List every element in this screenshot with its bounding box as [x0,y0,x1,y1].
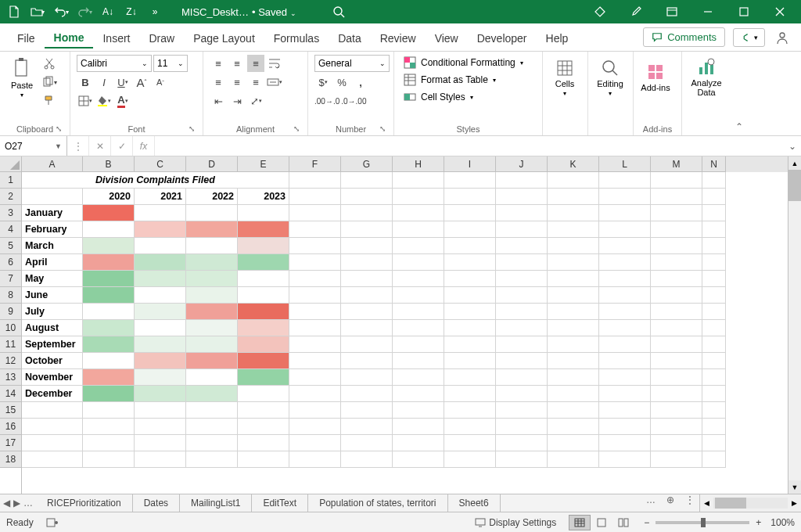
cell[interactable] [238,402,289,419]
cell[interactable] [186,320,238,336]
cell[interactable] [238,435,289,451]
cell[interactable]: August [22,320,83,336]
cell[interactable] [548,435,599,451]
cell[interactable] [496,353,548,369]
cell[interactable]: May [22,271,83,287]
cell[interactable] [393,402,444,419]
cell[interactable] [651,369,702,386]
undo-icon[interactable]: ▾ [50,1,72,23]
cell[interactable] [22,402,83,419]
cell[interactable] [341,287,393,304]
cell[interactable] [135,402,186,419]
zoom-in-button[interactable]: + [756,517,761,528]
cell[interactable] [444,287,496,304]
align-center-button[interactable]: ≡ [228,74,246,91]
cell[interactable] [496,451,548,468]
cell[interactable] [393,287,444,304]
column-header[interactable]: N [702,156,726,172]
row-header[interactable]: 17 [0,435,21,451]
cell[interactable] [341,353,393,369]
row-header[interactable]: 16 [0,419,21,435]
cell[interactable] [599,172,651,189]
cell[interactable] [651,353,702,369]
maximize-button[interactable] [726,0,762,23]
align-right-button[interactable]: ≡ [247,74,264,91]
cell[interactable] [289,402,341,419]
search-icon[interactable] [328,1,350,23]
cell[interactable] [186,205,238,221]
cell[interactable]: 2020 [83,189,135,205]
column-header[interactable]: K [548,156,599,172]
cell[interactable] [651,172,702,189]
cell[interactable] [341,336,393,353]
row-header[interactable]: 3 [0,205,21,221]
cell[interactable] [22,419,83,435]
cell[interactable] [393,304,444,320]
italic-button[interactable]: I [95,74,113,91]
cell[interactable] [496,336,548,353]
cell[interactable] [83,386,135,402]
cell[interactable] [135,419,186,435]
column-header[interactable]: E [238,156,289,172]
cell[interactable] [599,435,651,451]
cell[interactable] [238,451,289,468]
row-header[interactable]: 15 [0,402,21,419]
cell[interactable] [651,435,702,451]
cell[interactable] [599,336,651,353]
column-header[interactable]: F [289,156,341,172]
cell[interactable] [186,221,238,238]
cell[interactable] [135,304,186,320]
cell[interactable] [702,451,726,468]
cell[interactable] [702,221,726,238]
cell[interactable] [702,369,726,386]
cell[interactable] [238,238,289,254]
cell[interactable] [496,320,548,336]
cell[interactable] [289,205,341,221]
cell[interactable] [496,254,548,271]
formula-input[interactable] [155,136,784,156]
cell[interactable] [22,189,83,205]
cell[interactable] [289,435,341,451]
cell[interactable] [599,205,651,221]
page-break-view-icon[interactable] [612,515,634,530]
cell[interactable] [341,451,393,468]
cell[interactable] [651,287,702,304]
cell[interactable] [289,287,341,304]
cell[interactable] [341,238,393,254]
cell[interactable] [599,451,651,468]
row-header[interactable]: 7 [0,271,21,287]
tab-insert[interactable]: Insert [93,27,139,48]
cell[interactable]: January [22,205,83,221]
cell[interactable] [83,419,135,435]
diamond-icon[interactable] [582,0,618,23]
fx-icon[interactable]: fx [133,136,155,156]
analyze-data-button[interactable]: Analyze Data [688,55,724,100]
cell[interactable] [393,205,444,221]
cell[interactable] [238,336,289,353]
sheet-nav-prev-icon[interactable]: ◀ [3,498,10,509]
align-left-button[interactable]: ≡ [210,74,227,91]
cell[interactable] [702,287,726,304]
font-color-button[interactable]: A▾ [114,92,131,110]
cell[interactable] [186,402,238,419]
conditional-formatting-button[interactable]: Conditional Formatting▾ [400,55,526,70]
cell[interactable] [444,221,496,238]
cell[interactable] [599,304,651,320]
cell[interactable] [548,402,599,419]
cell[interactable] [702,172,726,189]
cancel-formula-icon[interactable]: ✕ [89,136,111,156]
cell[interactable] [393,386,444,402]
row-header[interactable]: 2 [0,189,21,205]
cell[interactable] [702,320,726,336]
cell[interactable] [548,205,599,221]
cell[interactable] [186,336,238,353]
name-box[interactable]: O27▼ [0,136,67,156]
tab-review[interactable]: Review [371,27,426,48]
cell[interactable] [599,320,651,336]
cell[interactable] [135,205,186,221]
borders-button[interactable]: ▾ [77,92,94,110]
cell[interactable] [702,205,726,221]
row-header[interactable]: 13 [0,369,21,386]
enter-formula-icon[interactable]: ✓ [111,136,133,156]
cell[interactable] [83,254,135,271]
